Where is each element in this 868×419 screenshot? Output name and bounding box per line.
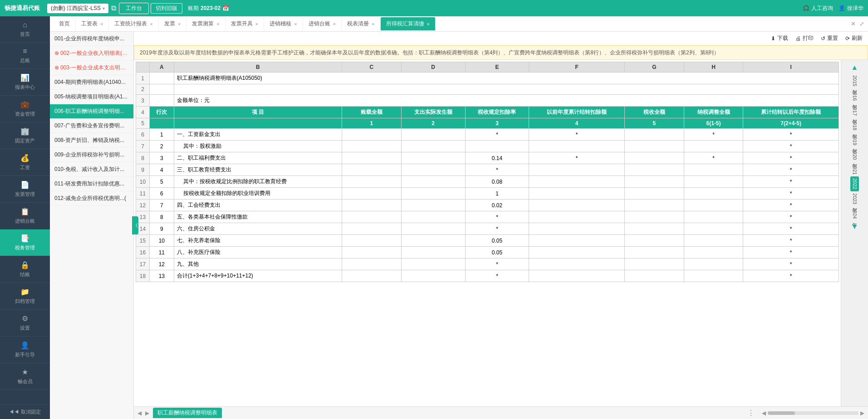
year-item-2022[interactable]: 2022年 <box>850 176 859 191</box>
tab-close-tax-clearance[interactable]: × <box>372 21 374 27</box>
tab-payroll[interactable]: 工资表 × <box>76 17 109 30</box>
tab-home[interactable]: 首页 <box>54 17 76 30</box>
download-icon: ⬇ <box>771 35 775 42</box>
year-item-2015[interactable]: 2015年 <box>850 73 859 88</box>
year-item-2023[interactable]: 2023年 <box>850 191 859 206</box>
year-item-2017[interactable]: 2017年 <box>850 103 859 117</box>
sidebar-item-fixed-asset[interactable]: 🏢 固定资产 <box>0 122 50 149</box>
sidebar-item-ledger[interactable]: ≡ 总账 <box>0 43 50 69</box>
header-yiqian: 以前年度累计结转扣除额 <box>529 107 625 118</box>
bottom-more-button[interactable]: ⋮ <box>747 409 755 417</box>
tab-tax-clearance[interactable]: 税表清册 × <box>342 17 380 30</box>
horizontal-scroll[interactable]: ◀ ▶ <box>762 410 864 416</box>
user-menu[interactable]: 👤 徐泽华 <box>839 5 863 12</box>
year-scroll-down[interactable]: ▼ <box>849 221 860 233</box>
year-item-2020[interactable]: 2020年 <box>850 147 859 161</box>
tab-income-tax[interactable]: 所得税汇算清缴 × <box>381 17 436 30</box>
year-item-2024[interactable]: 2024年 <box>850 206 859 220</box>
year-item-2016[interactable]: 2016年 <box>850 88 859 102</box>
prev-sheet-button[interactable]: ◀ <box>137 410 142 416</box>
print-button[interactable]: 🖨 打印 <box>795 34 814 42</box>
sidebar-item-report[interactable]: 📊 报表中心 <box>0 69 50 96</box>
col-header-F: F <box>529 62 625 73</box>
tab-close-invoice-calc[interactable]: × <box>216 21 219 27</box>
collapse-panel-button[interactable]: 《 <box>132 216 138 234</box>
sidebar-item-payroll[interactable]: 💰 工资 <box>0 149 50 176</box>
download-button[interactable]: ⬇ 下载 <box>771 34 788 42</box>
sidebar-item-label: 首页 <box>20 31 30 38</box>
copy-icon[interactable]: ⧉ <box>111 4 116 12</box>
year-item-2021[interactable]: 2021年 <box>850 162 859 176</box>
tab-close-invoice[interactable]: × <box>178 21 181 27</box>
support-button[interactable]: 🎧 人工咨询 <box>803 5 833 12</box>
horizontal-scrollbar[interactable] <box>768 411 858 415</box>
col-header-D: D <box>401 62 465 73</box>
year-item-2018[interactable]: 2018年 <box>850 117 859 132</box>
left-panel-item-009[interactable]: 009-企业所得税弥补亏损明... <box>50 148 133 162</box>
left-panel-item-011[interactable]: 011-研发费用加计扣除优惠... <box>50 177 133 191</box>
bottom-tab-active[interactable]: 职工薪酬纳税调整明细表 <box>153 408 222 418</box>
sidebar-item-settings[interactable]: ⚙ 设置 <box>0 310 50 336</box>
sidebar-item-invoice[interactable]: 📄 发票管理 <box>0 176 50 203</box>
sub-header-3: 3 <box>465 118 529 129</box>
tab-invoice-calc[interactable]: 发票测算 × <box>186 17 225 30</box>
table-scroll-area[interactable]: A B C D E F G H I <box>134 60 841 406</box>
left-panel-item-012[interactable]: 012-减免企业所得税优惠明...( <box>50 191 133 206</box>
tab-close-invoice-issue[interactable]: × <box>255 21 258 27</box>
scroll-right-icon[interactable]: ▶ <box>860 410 864 416</box>
year-scroll-up[interactable]: ▲ <box>849 62 860 73</box>
year-item-2019[interactable]: 2019年 <box>850 132 859 147</box>
left-panel-item-002[interactable]: ⊗002-一般企业收入明细表(A1... <box>50 46 133 61</box>
left-panel-item-005[interactable]: 005-纳税调整项目明细表(A1... <box>50 90 133 104</box>
table-row-1: 1 职工薪酬纳税调整明细表(A105050) <box>136 73 839 84</box>
left-panel-item-008[interactable]: 008-资产折旧、摊销及纳税... <box>50 133 133 148</box>
tab-invoice[interactable]: 发票 × <box>159 17 186 30</box>
table-row-13: 13 8 五、各类基本社会保障性缴款 * <box>136 211 839 223</box>
row-num-1: 1 <box>136 73 150 84</box>
calendar-icon[interactable]: 📅 <box>222 5 229 11</box>
left-panel-item-007[interactable]: 007-广告费和业务宣传费明... <box>50 119 133 133</box>
tab-payroll-report[interactable]: 工资统计报表 × <box>109 17 158 30</box>
tab-purchase-verify[interactable]: 进销稽核 × <box>264 17 303 30</box>
tab-invoice-issue[interactable]: 发票开具 × <box>226 17 264 30</box>
tab-close-payroll[interactable]: × <box>100 21 103 27</box>
chevron-down-icon: ▾ <box>103 6 105 11</box>
left-panel-item-004[interactable]: 004-期间费用明细表(A1040... <box>50 75 133 90</box>
left-panel-item-010[interactable]: 010-免税、减计收入及加计... <box>50 162 133 177</box>
next-sheet-button[interactable]: ▶ <box>145 410 149 416</box>
sidebar-item-asset-mgmt[interactable]: 💼 资金管理 <box>0 96 50 122</box>
tab-close-purchase-verify[interactable]: × <box>294 21 297 27</box>
report-icon: 📊 <box>20 73 29 82</box>
table-title: 职工薪酬纳税调整明细表(A105050) <box>174 73 839 84</box>
tab-purchase-ledger[interactable]: 进销台账 × <box>303 17 342 30</box>
sidebar-item-closing[interactable]: 🔒 结账 <box>0 256 50 283</box>
home-icon: ⌂ <box>23 21 27 29</box>
sidebar-item-home[interactable]: ⌂ 首页 <box>0 16 50 43</box>
close-all-icon[interactable]: ✕ <box>851 20 856 27</box>
tab-close-income-tax[interactable]: × <box>427 21 430 27</box>
reset-button[interactable]: ↺ 重置 <box>821 34 838 42</box>
company-selector[interactable]: (勿删) 江西皖宝-LSS ▾ <box>47 4 108 13</box>
unpin-fixed-button[interactable]: ◀◀ 取消固定 <box>0 404 50 419</box>
maximize-icon[interactable]: ⤢ <box>859 20 864 27</box>
sidebar-item-vip[interactable]: ★ 畅会员 <box>0 363 50 390</box>
header-shuishou-amount: 税收全额 <box>624 107 684 118</box>
sidebar-item-tax[interactable]: 📑 税务管理 <box>0 229 50 256</box>
asset-icon: 💼 <box>20 100 29 109</box>
tab-close-payroll-report[interactable]: × <box>150 21 152 27</box>
refresh-button[interactable]: ⟳ 刷新 <box>845 34 863 42</box>
workbench-button[interactable]: 工作台 <box>119 3 149 14</box>
old-version-button[interactable]: 切到旧版 <box>151 3 182 14</box>
sidebar-item-archive[interactable]: 📁 归档管理 <box>0 283 50 310</box>
scroll-left-icon[interactable]: ◀ <box>762 410 766 416</box>
col-header-H: H <box>684 62 743 73</box>
sidebar-item-label: 税务管理 <box>15 244 35 251</box>
left-panel-item-001[interactable]: 001-企业所得税年度纳税申... <box>50 32 133 46</box>
left-panel-item-006[interactable]: 006-职工薪酬纳税调整明细... <box>50 104 133 119</box>
left-panel-item-003[interactable]: ⊗003-一般企业成本支出明细... <box>50 61 133 75</box>
sidebar-item-newbie[interactable]: 👤 新手引导 <box>0 336 50 363</box>
toolbar: ⬇ 下载 🖨 打印 ↺ 重置 ⟳ 刷新 <box>134 32 868 45</box>
tab-close-purchase-ledger[interactable]: × <box>333 21 336 27</box>
sidebar-item-sales[interactable]: 📋 进销台账 <box>0 203 50 229</box>
table-row-12: 12 7 四、工会经费支出 0.02 <box>136 200 839 211</box>
